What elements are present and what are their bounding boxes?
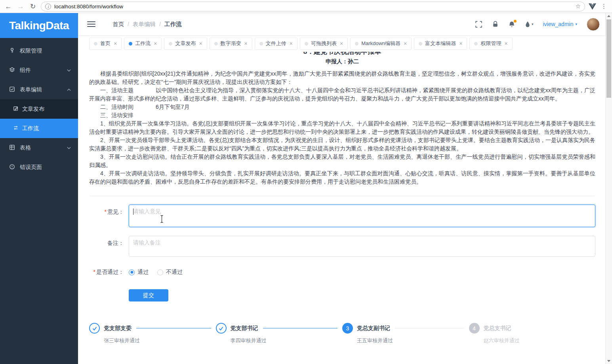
page-info-icon[interactable]: i xyxy=(45,4,51,9)
browser-refresh-button[interactable]: ↻ xyxy=(29,3,37,10)
check-icon xyxy=(216,323,227,334)
avatar[interactable] xyxy=(587,18,600,31)
app-window: TalkingData 权限管理 组件 xyxy=(0,13,612,364)
step-2: 党支部书记 李四审核并通过 xyxy=(216,323,343,344)
paragraph: 三、活动安排 xyxy=(89,111,595,119)
opinion-textarea[interactable] xyxy=(129,205,595,227)
step-description: 赵六审核并通过 xyxy=(484,337,596,344)
step-1: 党支部支委 张三审核并通过 xyxy=(89,323,216,344)
radio-circle-icon xyxy=(157,269,163,275)
user-dropdown[interactable]: iview_admin ▾ xyxy=(543,21,577,27)
breadcrumb-form-edit[interactable]: 表单编辑 xyxy=(133,21,156,28)
edit-pen-icon xyxy=(13,106,19,112)
submit-button[interactable]: 提交 xyxy=(129,289,168,301)
tab-dot-icon xyxy=(474,42,478,46)
close-icon[interactable]: × xyxy=(154,41,157,46)
submit-row: 提交 xyxy=(89,289,595,301)
step-description: 李四审核并通过 xyxy=(231,337,343,344)
tab-label: 文件上传 xyxy=(266,40,286,47)
collapse-menu-icon[interactable] xyxy=(87,21,95,27)
tab-article-publish[interactable]: 文章发布 × xyxy=(164,38,207,50)
fullscreen-icon[interactable] xyxy=(475,21,482,28)
close-icon[interactable]: × xyxy=(244,41,248,46)
breadcrumb-home[interactable]: 首页 xyxy=(112,21,124,28)
breadcrumb-current: 工作流 xyxy=(164,21,182,28)
browser-menu-icon[interactable]: ⋮ xyxy=(600,3,608,10)
paragraph: 2、开展一次党员领导干部带头上党课活动。各党(总)支部结合本支部情况，为庆祝党的… xyxy=(89,136,595,153)
step-connector xyxy=(395,328,464,328)
open-tabs-bar: 首页 × 工作流 × 文章发布 × 数字渐变 × 文件上传 × xyxy=(78,35,605,52)
app-logo[interactable]: TalkingData xyxy=(0,13,78,38)
chevron-down-icon: ▾ xyxy=(532,23,534,26)
vue-devtools-icon[interactable] xyxy=(589,3,596,10)
close-icon[interactable]: × xyxy=(290,41,293,46)
browser-forward-button[interactable]: → xyxy=(16,3,25,10)
tab-richtext-editor[interactable]: 富文本编辑器 × xyxy=(414,38,467,50)
sidebar-item-permission[interactable]: 权限管理 xyxy=(0,41,78,61)
check-icon xyxy=(89,323,100,334)
step-connector xyxy=(263,328,338,328)
sidebar-item-components[interactable]: 组件 xyxy=(0,61,78,80)
tab-number-gradient[interactable]: 数字渐变 × xyxy=(210,38,252,50)
radio-fail[interactable]: 不通过 xyxy=(157,269,183,276)
required-marker: * xyxy=(105,209,107,215)
document-applicant: 申报人：孙二 xyxy=(89,58,595,65)
scroll-up-icon[interactable] xyxy=(606,13,612,19)
opinion-row: *意见： xyxy=(89,205,595,227)
sidebar-item-form-edit[interactable]: 表单编辑 xyxy=(0,80,78,99)
tab-dot-icon xyxy=(169,42,172,46)
tab-label: 权限管理 xyxy=(480,40,501,47)
close-icon[interactable]: × xyxy=(340,41,343,46)
pass-label: *是否通过： xyxy=(89,269,129,276)
tab-draggable-list[interactable]: 可拖拽列表 × xyxy=(300,38,348,50)
tab-file-upload[interactable]: 文件上传 × xyxy=(255,38,297,50)
remark-label: 备注： xyxy=(89,236,129,257)
chevron-down-icon: ▾ xyxy=(575,23,577,26)
close-icon[interactable]: × xyxy=(459,41,462,46)
sidebar-item-error-page[interactable]: 错误页面 xyxy=(0,157,78,177)
tab-markdown-editor[interactable]: Markdown编辑器 × xyxy=(350,38,412,50)
sidebar-item-label: 工作流 xyxy=(22,125,39,132)
paragraph: 3、开展一次走访慰问活动。结合正在开展的群众路线教育实践活动，各党总支部负责人要… xyxy=(89,153,595,169)
tab-dot-icon xyxy=(305,42,308,46)
close-icon[interactable]: × xyxy=(199,41,202,46)
sidebar-item-table[interactable]: 表格 xyxy=(0,138,78,157)
bookmark-star-icon[interactable]: ☆ xyxy=(576,3,581,10)
close-icon[interactable]: × xyxy=(504,41,507,46)
text-caret xyxy=(133,209,133,215)
tab-label: 数字渐变 xyxy=(221,40,241,47)
language-icon[interactable]: ▾ xyxy=(525,21,534,28)
divider xyxy=(89,196,595,196)
opinion-label: *意见： xyxy=(89,205,129,227)
notification-bell-icon[interactable] xyxy=(508,21,515,28)
pass-radio-group: 通过 不通过 xyxy=(129,269,183,276)
tab-permission[interactable]: 权限管理 × xyxy=(469,38,512,50)
tab-workflow[interactable]: 工作流 × xyxy=(124,38,162,50)
sidebar-submenu-form-edit: 文章发布 工作流 xyxy=(0,99,78,138)
required-marker: * xyxy=(93,269,95,275)
browser-toolbar: ← → ↻ i localhost:8080/form/workflow ☆ ⋮ xyxy=(0,0,612,13)
tab-label: 工作流 xyxy=(135,40,151,47)
tab-label: 首页 xyxy=(100,40,111,47)
tab-label: 富文本编辑器 xyxy=(425,40,456,47)
remark-textarea[interactable] xyxy=(129,236,595,257)
browser-address-bar[interactable]: i localhost:8080/form/workflow ☆ xyxy=(41,2,585,11)
scrollbar-thumb[interactable] xyxy=(606,19,611,98)
radio-pass[interactable]: 通过 xyxy=(129,269,149,276)
table-grid-icon xyxy=(9,144,15,152)
close-icon[interactable]: × xyxy=(404,41,407,46)
sidebar-item-workflow[interactable]: 工作流 xyxy=(0,119,78,138)
sidebar-item-article-publish[interactable]: 文章发布 xyxy=(0,99,78,119)
browser-back-button[interactable]: ← xyxy=(4,3,13,10)
tab-home[interactable]: 首页 × xyxy=(89,38,122,50)
tab-label: Markdown编辑器 xyxy=(361,40,400,47)
lock-icon[interactable] xyxy=(492,21,499,28)
step-title: 党支部支委 xyxy=(104,325,132,332)
step-connector xyxy=(136,328,211,328)
close-icon[interactable]: × xyxy=(114,41,117,46)
tab-label: 可拖拽列表 xyxy=(311,40,337,47)
breadcrumb: 首页 / 表单编辑 / 工作流 xyxy=(112,21,182,28)
username: iview_admin xyxy=(543,21,573,27)
tab-dot-icon xyxy=(419,42,422,46)
scroll-down-icon[interactable] xyxy=(606,358,612,364)
